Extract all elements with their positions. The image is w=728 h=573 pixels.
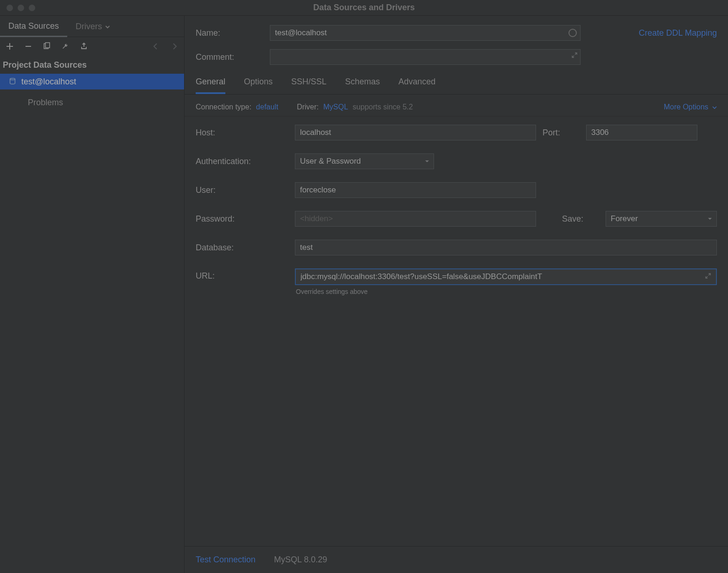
svg-rect-1	[45, 43, 50, 48]
status-circle-icon	[568, 29, 577, 37]
sidebar-item-datasource[interactable]: test@localhost	[0, 74, 184, 89]
maximize-window-dot[interactable]	[29, 5, 35, 11]
add-icon[interactable]	[5, 41, 15, 51]
chevron-down-icon	[424, 159, 430, 164]
expand-icon[interactable]	[705, 273, 713, 281]
header-form: Name: Create DDL Mapping Comment:	[185, 16, 728, 69]
user-label: User:	[196, 185, 288, 195]
close-window-dot[interactable]	[6, 5, 13, 11]
footer-bar: Test Connection MySQL 8.0.29	[185, 546, 728, 573]
sidebar-item-label: test@localhost	[21, 77, 76, 87]
port-input[interactable]	[586, 125, 697, 140]
detail-tabs: General Options SSH/SSL Schemas Advanced	[185, 69, 728, 95]
authentication-select[interactable]: User & Password	[295, 153, 434, 169]
driver-supports: supports since 5.2	[353, 103, 413, 111]
tab-advanced[interactable]: Advanced	[398, 77, 435, 94]
wrench-icon[interactable]	[60, 41, 70, 51]
tab-drivers-label: Drivers	[76, 22, 102, 32]
comment-input[interactable]	[270, 49, 581, 65]
host-label: Host:	[196, 128, 288, 138]
chevron-down-icon	[105, 24, 110, 30]
connection-type-label: Connection type:	[196, 103, 251, 111]
database-icon	[8, 77, 17, 86]
create-ddl-mapping-link[interactable]: Create DDL Mapping	[628, 28, 717, 38]
driver-version: MySQL 8.0.29	[274, 555, 327, 565]
name-input[interactable]	[270, 25, 581, 41]
password-label: Password:	[196, 214, 288, 224]
tab-general[interactable]: General	[196, 77, 225, 94]
forward-arrow-icon	[169, 41, 179, 51]
driver-link[interactable]: MySQL	[323, 103, 348, 111]
name-label: Name:	[196, 28, 265, 38]
chevron-down-icon	[707, 216, 713, 222]
window-controls	[0, 5, 35, 11]
main-panel: Name: Create DDL Mapping Comment: Genera…	[185, 16, 728, 573]
password-input[interactable]	[295, 211, 536, 227]
user-input[interactable]	[295, 182, 536, 198]
chevron-down-icon	[712, 105, 717, 110]
connection-type-link[interactable]: default	[256, 103, 278, 111]
database-input[interactable]	[295, 240, 717, 255]
more-options-label: More Options	[664, 103, 709, 111]
driver-label: Driver:	[297, 103, 319, 111]
host-input[interactable]	[295, 125, 536, 140]
back-arrow-icon	[151, 41, 161, 51]
test-connection-link[interactable]: Test Connection	[196, 555, 255, 565]
tab-ssh-ssl[interactable]: SSH/SSL	[291, 77, 326, 94]
copy-icon[interactable]	[42, 41, 52, 51]
url-label: URL:	[196, 268, 288, 281]
minimize-window-dot[interactable]	[18, 5, 24, 11]
export-icon[interactable]	[79, 41, 89, 51]
more-options-link[interactable]: More Options	[664, 103, 717, 111]
save-select[interactable]: Forever	[606, 211, 717, 227]
sidebar-section-title: Project Data Sources	[0, 56, 184, 74]
save-label: Save:	[562, 214, 599, 224]
sidebar-toolbar	[0, 37, 184, 56]
connection-form: Host: Port: Authentication: User & Passw…	[185, 116, 728, 546]
tab-options[interactable]: Options	[244, 77, 273, 94]
sidebar-tabs: Data Sources Drivers	[0, 16, 184, 37]
sidebar-item-problems[interactable]: Problems	[0, 89, 184, 108]
url-input[interactable]	[295, 268, 717, 285]
sidebar: Data Sources Drivers	[0, 16, 185, 573]
tab-data-sources[interactable]: Data Sources	[0, 16, 67, 37]
port-label: Port:	[543, 128, 580, 138]
remove-icon[interactable]	[23, 41, 33, 51]
title-bar: Data Sources and Drivers	[0, 0, 728, 16]
expand-icon[interactable]	[571, 52, 578, 58]
save-value: Forever	[611, 214, 638, 223]
authentication-value: User & Password	[300, 157, 361, 166]
url-hint: Overrides settings above	[295, 288, 717, 295]
window-title: Data Sources and Drivers	[0, 3, 728, 13]
tab-drivers[interactable]: Drivers	[67, 16, 119, 36]
database-label: Database:	[196, 243, 288, 253]
authentication-label: Authentication:	[196, 157, 288, 166]
tab-schemas[interactable]: Schemas	[345, 77, 380, 94]
connection-info-bar: Connection type: default Driver: MySQL s…	[185, 95, 728, 116]
comment-label: Comment:	[196, 52, 265, 62]
